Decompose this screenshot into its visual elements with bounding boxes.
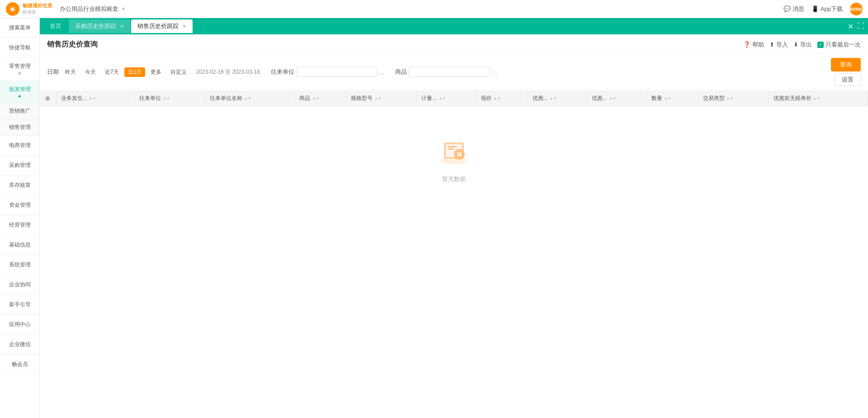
th-discount1[interactable]: 优惠... ▲▼ — [528, 91, 587, 106]
sidebar-item-ecommerce[interactable]: 电商管理 — [0, 136, 39, 156]
sidebar-item-marketing[interactable]: 营销推广 — [0, 103, 39, 119]
goods-input[interactable] — [409, 67, 490, 77]
search-menu-label: 搜索菜单 — [9, 24, 31, 32]
sort-arrows-12: ▲▼ — [813, 97, 821, 100]
tab-home[interactable]: 首页 — [43, 19, 68, 33]
help-icon: ❓ — [743, 41, 750, 48]
date-options: 昨天 今天 近7天 近1月 更多 自定义 — [61, 67, 190, 77]
counterpart-input[interactable] — [296, 67, 377, 77]
th-biz-date[interactable]: 业务发生... ▲▼ — [56, 91, 135, 106]
wholesale-mgmt-arrow: ▲ — [18, 93, 22, 98]
sidebar-item-retail-mgmt[interactable]: 零售管理 ▼ — [0, 58, 39, 81]
sort-arrows-3: ▲▼ — [244, 97, 251, 100]
gear-icon[interactable]: ⚙ — [45, 95, 50, 102]
date-range-display: 2023-02-18 至 2023-03-18 — [194, 68, 259, 76]
sidebar-item-sales-mgmt[interactable]: 销售管理 — [0, 119, 39, 136]
date-option-more[interactable]: 更多 — [147, 67, 165, 77]
sidebar-item-system-mgmt[interactable]: 系统管理 — [0, 255, 39, 275]
page-header: 销售历史价查询 ❓ 帮助 ⬆ 导入 ⬇ 导出 ✓ — [40, 34, 868, 53]
app-title-arrow[interactable]: ▼ — [121, 6, 126, 11]
tab-purchase-history-label: 采购历史价跟踪 — [75, 22, 116, 30]
th-quantity[interactable]: 数量 ▲▼ — [646, 91, 698, 106]
retail-mgmt-arrow: ▼ — [18, 71, 22, 76]
sidebar-item-inventory[interactable]: 库存核算 — [0, 176, 39, 195]
logo-text: 畅捷通好生意 标准版 — [23, 2, 52, 15]
th-spec[interactable]: 规格型号 ▲▼ — [346, 91, 417, 106]
th-counterpart-code[interactable]: 往来单位 ▲▼ — [135, 91, 205, 106]
filter-buttons: 查询 设置 — [831, 58, 861, 86]
th-goods[interactable]: 商品 ▲▼ — [295, 91, 346, 106]
page-actions: ❓ 帮助 ⬆ 导入 ⬇ 导出 ✓ 只看最后一次 — [743, 41, 861, 49]
goods-filter: 商品 ... — [395, 67, 497, 77]
help-btn[interactable]: ❓ 帮助 — [743, 41, 764, 49]
svg-text:畅: 畅 — [10, 7, 15, 12]
sidebar-item-finance[interactable]: 资金管理 — [0, 195, 39, 215]
date-option-last7days[interactable]: 近7天 — [101, 67, 123, 77]
tab-purchase-history-close[interactable]: ✕ — [120, 24, 124, 29]
app-download-btn[interactable]: 📱 App下载 — [811, 5, 843, 13]
sidebar-item-wholesale-mgmt[interactable]: 批发管理 ▲ — [0, 81, 39, 103]
goods-dots-btn[interactable]: ... — [492, 68, 497, 76]
page-content: 销售历史价查询 ❓ 帮助 ⬆ 导入 ⬇ 导出 ✓ — [40, 34, 868, 418]
tab-sales-history[interactable]: 销售历史价跟踪 ✕ — [131, 19, 193, 33]
wholesale-mgmt-label: 批发管理 — [9, 86, 31, 93]
sort-arrows-4: ▲▼ — [312, 97, 319, 100]
tab-sales-history-close[interactable]: ✕ — [182, 24, 186, 29]
goods-label: 商品 — [395, 68, 407, 76]
sort-arrows-7: ▲▼ — [494, 97, 501, 100]
import-icon: ⬆ — [769, 41, 774, 48]
table-header-row: ⚙ 业务发生... ▲▼ 往来单位 — [40, 91, 868, 106]
sidebar-item-operations[interactable]: 经营管理 — [0, 215, 39, 235]
sidebar-item-enterprise[interactable]: 企业协同 — [0, 275, 39, 295]
tab-purchase-history[interactable]: 采购历史价跟踪 ✕ — [69, 19, 130, 33]
tab-home-label: 首页 — [50, 22, 61, 30]
th-gear[interactable]: ⚙ — [40, 91, 56, 106]
top-bar: 畅 畅捷通好生意 标准版 办公用品行业模拟账套 ▼ 💬 消息 📱 App下载 d… — [0, 0, 868, 18]
date-option-custom[interactable]: 自定义 — [167, 67, 190, 77]
date-option-last1month[interactable]: 近1月 — [124, 67, 146, 77]
message-btn[interactable]: 💬 消息 — [783, 5, 804, 13]
message-icon: 💬 — [783, 5, 791, 12]
logo: 畅 畅捷通好生意 标准版 — [5, 2, 52, 16]
date-option-yesterday[interactable]: 昨天 — [61, 67, 80, 77]
tab-bar-actions: ✕ ⛶ — [848, 22, 864, 31]
sidebar-item-vip[interactable]: 畅会员 — [0, 355, 39, 375]
quick-nav-label: 快捷导航 — [9, 44, 31, 52]
svg-rect-8 — [448, 146, 457, 147]
tab-expand-btn[interactable]: ⛶ — [857, 22, 864, 30]
date-filter-group: 日期 昨天 今天 近7天 近1月 更多 自定义 — [47, 67, 190, 77]
sidebar-item-basic-info[interactable]: 基础信息 — [0, 235, 39, 255]
sidebar-item-search-menu[interactable]: 搜索菜单 — [0, 18, 39, 38]
date-option-today[interactable]: 今天 — [81, 67, 99, 77]
sort-arrows-9: ▲▼ — [609, 97, 616, 100]
th-unit[interactable]: 计量... ▲▼ — [417, 91, 476, 106]
import-btn[interactable]: ⬆ 导入 — [769, 41, 788, 49]
sort-arrows-11: ▲▼ — [726, 97, 734, 100]
th-pre-tax-price[interactable]: 优惠前无税单价 ▲▼ — [769, 91, 868, 106]
date-filter-label: 日期 — [47, 68, 59, 76]
svg-rect-9 — [448, 148, 454, 150]
avatar: demo2 — [850, 3, 863, 15]
settings-button[interactable]: 设置 — [835, 73, 861, 86]
counterpart-dots-btn[interactable]: ... — [379, 68, 385, 76]
sidebar-item-purchase-mgmt[interactable]: 采购管理 — [0, 156, 39, 176]
tab-close-all-btn[interactable]: ✕ — [848, 22, 854, 31]
sidebar-item-app-center[interactable]: 应用中心 — [0, 315, 39, 335]
sort-arrows: ▲▼ — [89, 97, 96, 100]
th-quoted-price[interactable]: 报价 ▲▼ — [476, 91, 528, 106]
th-counterpart-name[interactable]: 往来单位名称 ▲▼ — [205, 91, 295, 106]
export-icon: ⬇ — [793, 41, 798, 48]
user-btn[interactable]: demo2 — [850, 3, 863, 15]
sort-arrows-5: ▲▼ — [374, 97, 382, 100]
download-icon: 📱 — [811, 5, 819, 12]
sidebar-item-quick-nav[interactable]: 快捷导航 — [0, 38, 39, 58]
th-discount2[interactable]: 优惠... ▲▼ — [587, 91, 646, 106]
sidebar-item-wechat[interactable]: 企业微信 — [0, 335, 39, 355]
query-button[interactable]: 查询 — [831, 58, 861, 71]
sidebar-item-newbie[interactable]: 新手引导 — [0, 295, 39, 315]
only-last-checkbox[interactable]: ✓ 只看最后一次 — [817, 41, 861, 49]
export-btn[interactable]: ⬇ 导出 — [793, 41, 812, 49]
logo-icon: 畅 — [5, 2, 20, 16]
empty-icon — [436, 133, 472, 170]
th-trade-type[interactable]: 交易类型 ▲▼ — [698, 91, 769, 106]
